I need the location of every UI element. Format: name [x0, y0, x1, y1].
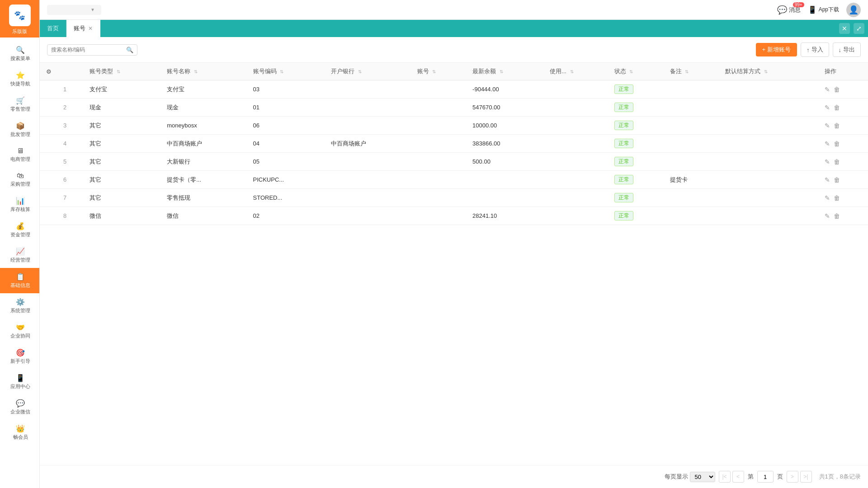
search-icon[interactable]: 🔍 [126, 47, 133, 53]
edit-btn-7[interactable]: ✎ [825, 212, 830, 220]
sidebar-item-inventory[interactable]: 📊库存核算 [0, 192, 39, 217]
import-button[interactable]: ↑ 导入 [801, 42, 829, 57]
delete-btn-0[interactable]: 🗑 [834, 86, 840, 93]
col-default-settle[interactable]: 默认结算方式 ⇅ [720, 63, 819, 80]
page-number-input[interactable] [757, 471, 774, 483]
topbar: ▼ 💬 消息 99+ 📱 App下载 👤 [40, 0, 868, 20]
nav-icon-system: ⚙️ [16, 298, 25, 306]
sidebar-item-quick-nav[interactable]: ⭐快捷导航 [0, 66, 39, 92]
cell-action-3: ✎ 🗑 [819, 135, 868, 153]
delete-btn-1[interactable]: 🗑 [834, 104, 840, 111]
page-size-select[interactable]: 50 100 200 [690, 472, 715, 482]
delete-btn-5[interactable]: 🗑 [834, 176, 840, 183]
cell-default-settle-0 [720, 80, 819, 99]
nav-icon-wechat: 💬 [16, 399, 25, 408]
edit-btn-2[interactable]: ✎ [825, 122, 830, 129]
cell-bank-7 [326, 207, 411, 225]
sidebar-item-search-menu[interactable]: 🔍搜索菜单 [0, 41, 39, 66]
col-usage[interactable]: 使用... ⇅ [544, 63, 609, 80]
sidebar-item-wholesale[interactable]: 📦批发管理 [0, 117, 39, 142]
sidebar-item-finance[interactable]: 💰资金管理 [0, 217, 39, 243]
sidebar-item-retail[interactable]: 🛒零售管理 [0, 92, 39, 117]
cell-balance-6 [467, 189, 544, 207]
sidebar-item-purchase[interactable]: 🛍采购管理 [0, 167, 39, 192]
cell-code-0: 03 [248, 80, 326, 99]
cell-name-2: moneybosx [161, 117, 247, 135]
edit-btn-3[interactable]: ✎ [825, 140, 830, 147]
col-name[interactable]: 账号名称 ⇅ [161, 63, 247, 80]
add-account-button[interactable]: + 新增账号 [756, 43, 797, 56]
edit-btn-0[interactable]: ✎ [825, 86, 830, 93]
tab-close-btn[interactable]: ✕ [839, 23, 850, 34]
edit-btn-1[interactable]: ✎ [825, 104, 830, 111]
table-header-row: ⚙ 账号类型 ⇅ 账号名称 ⇅ 账号编码 ⇅ 开户银行 ⇅ 账号 ⇅ 最新余额 … [40, 63, 868, 80]
col-code[interactable]: 账号编码 ⇅ [248, 63, 326, 80]
nav-label-guide: 新手引导 [10, 358, 30, 365]
prev-page-btn[interactable]: < [732, 471, 744, 483]
col-status[interactable]: 状态 ⇅ [609, 63, 665, 80]
topbar-search[interactable]: ▼ [47, 5, 101, 15]
delete-btn-7[interactable]: 🗑 [834, 212, 840, 220]
nav-icon-basic-info: 📋 [16, 272, 25, 281]
sidebar-item-agreement[interactable]: 🤝企业协同 [0, 319, 39, 344]
last-page-btn[interactable]: >| [800, 471, 812, 483]
message-button[interactable]: 💬 消息 99+ [777, 5, 801, 15]
cell-settings-5 [40, 171, 58, 189]
cell-name-7: 微信 [161, 207, 247, 225]
import-label: 导入 [811, 46, 823, 54]
topbar-search-input[interactable] [52, 7, 88, 13]
delete-btn-6[interactable]: 🗑 [834, 194, 840, 202]
cell-status-4: 正常 [609, 153, 665, 171]
account-search-input[interactable] [51, 47, 123, 53]
tab-home-label: 首页 [47, 24, 59, 33]
cell-bank-3: 中百商场账户 [326, 135, 411, 153]
cell-settings-6 [40, 189, 58, 207]
delete-btn-4[interactable]: 🗑 [834, 158, 840, 165]
col-settings[interactable]: ⚙ [40, 63, 58, 80]
col-balance[interactable]: 最新余额 ⇅ [467, 63, 544, 80]
sidebar-item-system[interactable]: ⚙️系统管理 [0, 293, 39, 319]
cell-remark-1 [665, 99, 720, 117]
sidebar-item-ecommerce[interactable]: 🖥电商管理 [0, 142, 39, 167]
sidebar-item-guide[interactable]: 🎯新手引导 [0, 344, 39, 369]
export-button[interactable]: ↓ 导出 [833, 42, 861, 57]
cell-balance-4: 500.00 [467, 153, 544, 171]
sidebar-item-wechat[interactable]: 💬企业微信 [0, 394, 39, 420]
user-avatar[interactable]: 👤 [846, 3, 861, 17]
col-type[interactable]: 账号类型 ⇅ [84, 63, 161, 80]
sidebar-item-app-center[interactable]: 📱应用中心 [0, 369, 39, 394]
status-badge-5: 正常 [614, 175, 633, 184]
tab-controls: ✕ ⤢ [839, 23, 864, 34]
tab-home[interactable]: 首页 [40, 20, 66, 37]
total-info: 共1页，8条记录 [819, 473, 861, 481]
app-download-button[interactable]: 📱 App下载 [808, 5, 839, 14]
edit-btn-6[interactable]: ✎ [825, 194, 830, 202]
table-row: 2 现金 现金 01 547670.00 正常 ✎ 🗑 [40, 99, 868, 117]
cell-usage-1 [544, 99, 609, 117]
edit-btn-4[interactable]: ✎ [825, 158, 830, 165]
next-page-btn[interactable]: > [787, 471, 798, 483]
tab-account[interactable]: 账号 ✕ [66, 20, 100, 37]
tab-account-label: 账号 [74, 24, 85, 33]
sidebar-item-member[interactable]: 👑畅会员 [0, 420, 39, 445]
tab-account-close[interactable]: ✕ [88, 25, 93, 32]
delete-btn-2[interactable]: 🗑 [834, 122, 840, 129]
cell-status-5: 正常 [609, 171, 665, 189]
col-bank[interactable]: 开户银行 ⇅ [326, 63, 411, 80]
cell-type-4: 其它 [84, 153, 161, 171]
col-account[interactable]: 账号 ⇅ [412, 63, 467, 80]
cell-status-0: 正常 [609, 80, 665, 99]
col-remark[interactable]: 备注 ⇅ [665, 63, 720, 80]
topbar-dropdown-icon[interactable]: ▼ [90, 7, 95, 12]
sidebar-item-basic-info[interactable]: 📋基础信息 [0, 268, 39, 293]
message-icon: 💬 [777, 5, 787, 15]
edit-btn-5[interactable]: ✎ [825, 176, 830, 183]
delete-btn-3[interactable]: 🗑 [834, 140, 840, 147]
cell-usage-7 [544, 207, 609, 225]
account-search-box[interactable]: 🔍 [47, 44, 137, 56]
nav-label-system: 系统管理 [10, 307, 30, 314]
tab-maximize-btn[interactable]: ⤢ [854, 23, 864, 34]
first-page-btn[interactable]: |< [719, 471, 731, 483]
sidebar-item-operations[interactable]: 📈经营管理 [0, 243, 39, 268]
cell-num-4: 5 [58, 153, 84, 171]
